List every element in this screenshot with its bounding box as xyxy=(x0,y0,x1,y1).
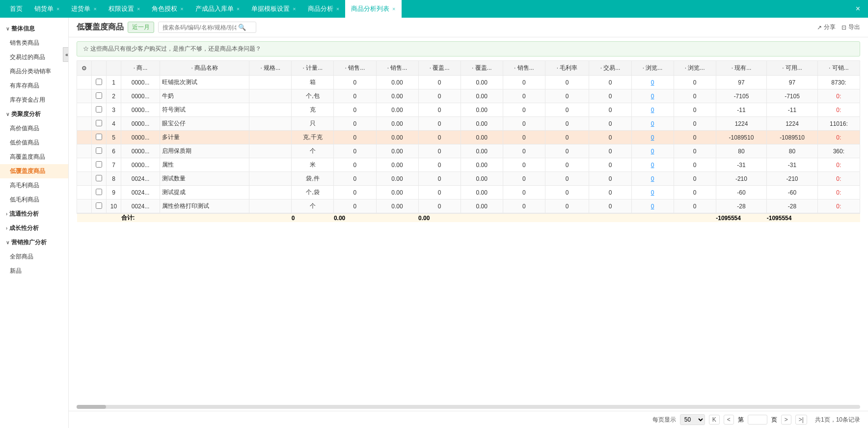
row-checkbox[interactable] xyxy=(96,175,102,181)
cell-check[interactable] xyxy=(92,200,107,214)
table-row: 1 0000... 旺铺批次测试 箱 0 0.00 0 0.00 0 0 0 0… xyxy=(77,76,860,89)
prev-page-button[interactable]: < xyxy=(724,415,734,425)
close-icon-sales[interactable]: × xyxy=(56,6,59,12)
cell-check[interactable] xyxy=(92,172,107,186)
th-spec[interactable]: · 规格... xyxy=(249,61,292,76)
nav-tab-production[interactable]: 产成品入库单 × xyxy=(190,0,245,18)
sidebar-item-category-rate[interactable]: 商品分类动销率 xyxy=(0,64,68,79)
cell-check[interactable] xyxy=(92,76,107,89)
row-checkbox[interactable] xyxy=(96,147,102,154)
export-button[interactable]: ⊡ 导出 xyxy=(841,23,860,31)
sidebar-item-low-value[interactable]: 低价值商品 xyxy=(0,136,68,150)
cell-browse-a[interactable]: 0 xyxy=(631,76,674,89)
sidebar-section-growth[interactable]: › 成长性分析 xyxy=(0,221,68,235)
nav-tab-sales[interactable]: 销货单 × xyxy=(28,0,65,18)
row-checkbox[interactable] xyxy=(96,202,102,209)
row-checkbox[interactable] xyxy=(96,79,102,85)
sidebar-item-low-margin[interactable]: 低毛利商品 xyxy=(0,193,68,207)
th-gross[interactable]: · 毛利率 xyxy=(545,61,589,76)
close-icon-purchase[interactable]: × xyxy=(93,6,96,12)
cell-browse-a[interactable]: 0 xyxy=(631,158,674,172)
close-icon-permissions[interactable]: × xyxy=(137,6,140,12)
sidebar-item-high-margin[interactable]: 高毛利商品 xyxy=(0,178,68,193)
cell-browse-a[interactable]: 0 xyxy=(631,131,674,144)
th-sales-amt[interactable]: · 销售... xyxy=(376,61,418,76)
nav-tab-analysis-list[interactable]: 商品分析列表 × xyxy=(345,0,401,18)
th-cover-b[interactable]: · 覆盖... xyxy=(461,61,503,76)
cell-check[interactable] xyxy=(92,89,107,103)
first-page-button[interactable]: K xyxy=(709,415,720,425)
period-button[interactable]: 近一月 xyxy=(128,22,154,33)
sidebar-item-sales-products[interactable]: 销售类商品 xyxy=(0,36,68,50)
sidebar-collapse-button[interactable]: « xyxy=(63,47,69,62)
cell-browse-a[interactable]: 0 xyxy=(631,144,674,158)
th-browse-a[interactable]: · 浏览... xyxy=(631,61,674,76)
th-current[interactable]: · 现有... xyxy=(716,61,767,76)
sidebar-section-overall[interactable]: ∨ 整体信息 xyxy=(0,22,68,36)
sidebar-section-liquidity[interactable]: › 流通性分析 xyxy=(0,207,68,221)
row-checkbox[interactable] xyxy=(96,134,102,140)
cell-browse-a[interactable]: 0 xyxy=(631,186,674,200)
cell-check[interactable] xyxy=(92,117,107,131)
search-input[interactable] xyxy=(163,24,236,31)
sidebar-item-low-coverage[interactable]: 低覆盖度商品 xyxy=(0,164,68,178)
row-checkbox[interactable] xyxy=(96,92,102,99)
horizontal-scrollbar[interactable] xyxy=(77,405,860,409)
close-icon-analysis-list[interactable]: × xyxy=(392,6,395,12)
close-icon-production[interactable]: × xyxy=(237,6,240,12)
cell-browse-a[interactable]: 0 xyxy=(631,89,674,103)
th-unit[interactable]: · 计量... xyxy=(292,61,334,76)
close-icon-roles[interactable]: × xyxy=(180,6,183,12)
cell-cover-b: 0.00 xyxy=(461,76,503,89)
cell-cover-a: 0 xyxy=(418,158,461,172)
cell-browse-a[interactable]: 0 xyxy=(631,103,674,117)
cell-browse-a[interactable]: 0 xyxy=(631,117,674,131)
last-page-button[interactable]: >| xyxy=(795,415,807,425)
nav-tab-analysis[interactable]: 商品分析 × xyxy=(302,0,345,18)
close-icon-templates[interactable]: × xyxy=(293,6,296,12)
sidebar-section-cluster[interactable]: ∨ 类聚度分析 xyxy=(0,107,68,121)
sidebar-item-traded-products[interactable]: 交易过的商品 xyxy=(0,50,68,64)
sidebar-item-all-products[interactable]: 全部商品 xyxy=(0,250,68,264)
th-name[interactable]: · 商品名称 xyxy=(160,61,249,76)
cell-check[interactable] xyxy=(92,144,107,158)
th-trade[interactable]: · 交易... xyxy=(589,61,631,76)
sidebar-item-high-value[interactable]: 高价值商品 xyxy=(0,121,68,136)
next-page-button[interactable]: > xyxy=(781,415,791,425)
th-sellable[interactable]: · 可销... xyxy=(817,61,860,76)
sidebar-item-stocked[interactable]: 有库存商品 xyxy=(0,79,68,93)
cell-check[interactable] xyxy=(92,186,107,200)
row-checkbox[interactable] xyxy=(96,120,102,126)
sidebar-section-marketing[interactable]: ∨ 营销推广分析 xyxy=(0,235,68,250)
close-icon-analysis[interactable]: × xyxy=(336,6,339,12)
th-browse-b[interactable]: · 浏览... xyxy=(674,61,716,76)
th-available[interactable]: · 可用... xyxy=(767,61,818,76)
nav-tab-roles[interactable]: 角色授权 × xyxy=(146,0,189,18)
share-button[interactable]: ↗ 分享 xyxy=(817,23,836,31)
cell-check[interactable] xyxy=(92,131,107,144)
page-size-select[interactable]: 50 20 100 xyxy=(680,414,705,425)
th-cover-a[interactable]: · 覆盖... xyxy=(418,61,461,76)
cell-browse-a[interactable]: 0 xyxy=(631,172,674,186)
row-checkbox[interactable] xyxy=(96,189,102,195)
sidebar-item-all-products-label: 全部商品 xyxy=(10,253,33,260)
row-checkbox[interactable] xyxy=(96,161,102,168)
th-sales-c[interactable]: · 销售... xyxy=(503,61,545,76)
page-input[interactable]: 1 xyxy=(748,415,767,425)
nav-tab-home[interactable]: 首页 xyxy=(4,0,28,18)
nav-tab-templates[interactable]: 单据模板设置 × xyxy=(245,0,301,18)
sidebar-item-high-coverage[interactable]: 高覆盖度商品 xyxy=(0,150,68,164)
row-checkbox[interactable] xyxy=(96,106,102,113)
th-sales-qty[interactable]: · 销售... xyxy=(334,61,376,76)
th-code[interactable]: · 商... xyxy=(121,61,160,76)
cell-check[interactable] xyxy=(92,158,107,172)
cell-check[interactable] xyxy=(92,103,107,117)
scrollbar-thumb[interactable] xyxy=(77,405,106,409)
sidebar-item-inventory-capital[interactable]: 库存资金占用 xyxy=(0,93,68,107)
nav-tab-permissions[interactable]: 权限设置 × xyxy=(103,0,146,18)
close-all-button[interactable]: × xyxy=(852,4,864,13)
cell-browse-a[interactable]: 0 xyxy=(631,200,674,214)
sidebar-item-new-products[interactable]: 新品 xyxy=(0,264,68,278)
nav-tab-purchase[interactable]: 进货单 × xyxy=(65,0,102,18)
th-settings[interactable]: ⚙ xyxy=(77,61,92,76)
